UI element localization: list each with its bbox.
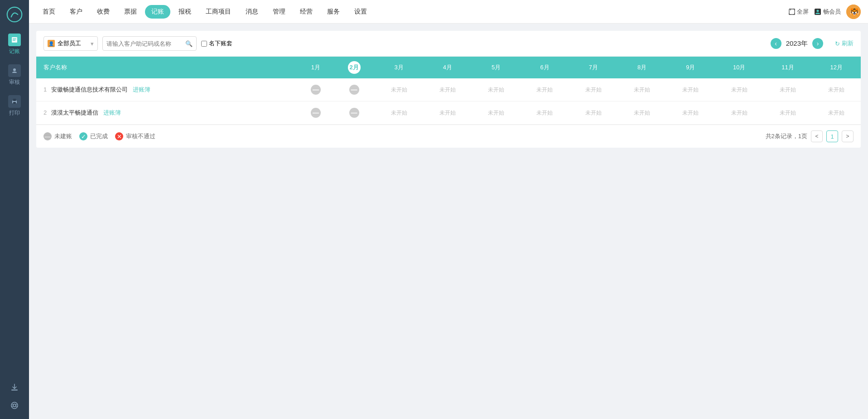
row1-jun-status: 未开始 <box>536 87 553 93</box>
total-records: 共2条记录，1页 <box>766 132 807 140</box>
col-mar: 3月 <box>375 57 423 78</box>
nav-customer[interactable]: 客户 <box>63 5 89 19</box>
row2-jun-status: 未开始 <box>536 110 553 116</box>
search-input[interactable] <box>106 40 183 47</box>
legend-dot-rejected: ✕ <box>115 132 123 140</box>
sidebar-item-bookkeeping[interactable]: 记账 <box>0 29 29 60</box>
nav-home[interactable]: 首页 <box>36 5 62 19</box>
nav-business[interactable]: 工商项目 <box>199 5 237 19</box>
search-wrap[interactable]: 🔍 <box>102 36 197 51</box>
sidebar-item-audit[interactable]: 审核 <box>0 60 29 91</box>
row2-dec: 未开始 <box>812 101 861 125</box>
fullscreen-button[interactable]: 全屏 <box>789 8 809 16</box>
nav-billing[interactable]: 收费 <box>91 5 116 19</box>
row1-sep: 未开始 <box>666 78 715 101</box>
row2-aug-status: 未开始 <box>634 110 650 116</box>
row1-aug-status: 未开始 <box>634 87 650 93</box>
nav-operation[interactable]: 经营 <box>294 5 319 19</box>
refresh-button[interactable]: ↻ 刷新 <box>835 39 854 48</box>
nav-message[interactable]: 消息 <box>239 5 265 19</box>
user-avatar[interactable]: 🐯 <box>846 5 861 19</box>
sidebar-item-bookkeeping-label: 记账 <box>9 48 20 55</box>
next-page-button[interactable]: > <box>842 130 854 142</box>
svg-rect-2 <box>13 39 16 39</box>
sidebar-download[interactable] <box>0 379 29 395</box>
main-area: 首页 客户 收费 票据 记账 报税 工商项目 消息 管理 经营 服务 设置 全屏 <box>29 0 868 419</box>
row2-ledger-link[interactable]: 进账簿 <box>103 109 121 116</box>
row2-oct: 未开始 <box>715 101 763 125</box>
top-navigation: 首页 客户 收费 票据 记账 报税 工商项目 消息 管理 经营 服务 设置 全屏 <box>29 0 868 24</box>
row2-name: 漠漠太平畅捷通信 <box>51 109 98 116</box>
sidebar-item-print[interactable]: 打印 <box>0 91 29 121</box>
col-oct: 10月 <box>715 57 763 78</box>
row2-dec-status: 未开始 <box>828 110 844 116</box>
row1-may: 未开始 <box>472 78 521 101</box>
employee-icon: 👤 <box>48 40 55 47</box>
row2-feb-status: — <box>349 108 359 118</box>
next-year-button[interactable]: › <box>812 38 823 49</box>
row2-jan-status: — <box>311 108 321 118</box>
subordinate-checkbox-input[interactable] <box>201 41 207 47</box>
row1-ledger-link[interactable]: 进账簿 <box>133 86 150 93</box>
row1-jul-status: 未开始 <box>585 87 602 93</box>
row1-jul: 未开始 <box>569 78 617 101</box>
current-page: 1 <box>826 130 838 142</box>
table-row: 1 安徽畅捷通信息技术有限公司 进账簿 — — 未开始 <box>36 78 861 101</box>
row2-aug: 未开始 <box>617 101 666 125</box>
row1-aug: 未开始 <box>617 78 666 101</box>
row2-jun: 未开始 <box>521 101 569 125</box>
svg-rect-15 <box>789 9 795 14</box>
table-footer: — 未建账 ✓ 已完成 ✕ 审核不通过 共2条记录，1页 < 1 > <box>36 125 861 148</box>
prev-year-button[interactable]: ‹ <box>771 38 781 49</box>
search-icon[interactable]: 🔍 <box>185 40 193 47</box>
row2-mar-status: 未开始 <box>391 110 407 116</box>
member-label: 畅会员 <box>823 8 841 16</box>
sidebar-support[interactable] <box>0 397 29 414</box>
app-logo <box>4 4 25 25</box>
nav-management[interactable]: 管理 <box>266 5 292 19</box>
svg-point-0 <box>7 7 22 22</box>
nav-service[interactable]: 服务 <box>321 5 346 19</box>
col-sep: 9月 <box>666 57 715 78</box>
row2-oct-status: 未开始 <box>731 110 747 116</box>
svg-point-10 <box>13 404 16 407</box>
row2-feb: — <box>333 101 375 125</box>
subordinate-accounts-checkbox[interactable]: 名下账套 <box>201 39 232 48</box>
col-may: 5月 <box>472 57 521 78</box>
row2-may-status: 未开始 <box>488 110 504 116</box>
sidebar: 记账 审核 打印 <box>0 0 29 419</box>
sidebar-item-print-label: 打印 <box>9 109 20 117</box>
legend-rejected: ✕ 审核不通过 <box>115 132 155 140</box>
nav-invoice[interactable]: 票据 <box>118 5 143 19</box>
legend-completed: ✓ 已完成 <box>79 132 108 140</box>
employee-select-label: 全部员工 <box>58 39 81 48</box>
member-button[interactable]: 畅会员 <box>814 8 841 16</box>
row2-apr-status: 未开始 <box>439 110 456 116</box>
nav-settings[interactable]: 设置 <box>348 5 373 19</box>
nav-bookkeeping[interactable]: 记账 <box>145 5 170 19</box>
row1-may-status: 未开始 <box>488 87 504 93</box>
row1-apr: 未开始 <box>423 78 472 101</box>
legend-dot-not-started: — <box>43 132 52 140</box>
year-navigation: ‹ 2023年 › <box>771 38 823 49</box>
svg-point-17 <box>817 10 819 12</box>
nav-tax[interactable]: 报税 <box>172 5 198 19</box>
table-row: 2 漠漠太平畅捷通信 进账簿 — — 未开始 <box>36 101 861 125</box>
svg-rect-8 <box>11 390 18 390</box>
print-icon <box>8 95 21 108</box>
pagination: 共2条记录，1页 < 1 > <box>766 130 854 142</box>
row1-nov: 未开始 <box>763 78 812 101</box>
svg-rect-3 <box>13 40 15 41</box>
sidebar-item-audit-label: 审核 <box>9 78 20 86</box>
employee-select[interactable]: 👤 全部员工 ▾ <box>43 36 98 51</box>
legend-completed-label: 已完成 <box>90 132 108 140</box>
col-apr: 4月 <box>423 57 472 78</box>
col-jul: 7月 <box>569 57 617 78</box>
accounts-card: 👤 全部员工 ▾ 🔍 名下账套 ‹ 2023年 › <box>36 31 861 148</box>
row2-nov: 未开始 <box>763 101 812 125</box>
refresh-label: 刷新 <box>842 39 854 48</box>
legend-rejected-label: 审核不通过 <box>126 132 155 140</box>
col-customer-name: 客户名称 <box>36 57 298 78</box>
topnav-right: 全屏 畅会员 🐯 <box>789 5 861 19</box>
prev-page-button[interactable]: < <box>811 130 823 142</box>
